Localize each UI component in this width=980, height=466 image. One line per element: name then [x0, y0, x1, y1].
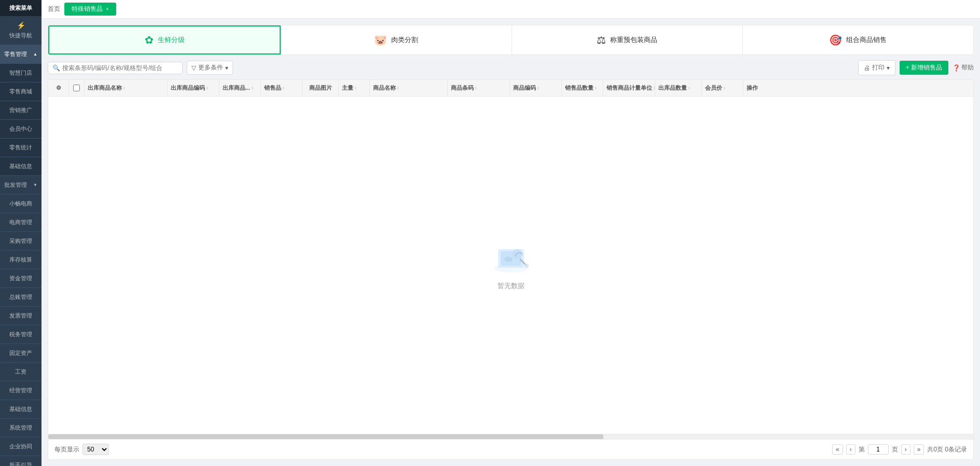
search-input[interactable]: [62, 64, 166, 72]
empty-state-icon: [490, 240, 532, 276]
sidebar-item-fixed-assets[interactable]: 固定资产: [0, 344, 42, 363]
data-table: ⚙ 出库商品名称 ↕ 出库商品编码 ↕ 出库商品... ↕: [48, 79, 974, 460]
sidebar-item-mini-app[interactable]: 小畅电商: [0, 195, 42, 213]
smart-store-label: 智慧门店: [9, 69, 32, 77]
top-bar: 首页 特殊销售品 ×: [42, 0, 980, 19]
page-nav: « ‹ 第 页 › » 共0页 0条记录: [832, 444, 967, 455]
th-img: 商品图片: [302, 80, 339, 96]
th-out-spec-label: 出库商品...: [223, 84, 250, 92]
page-number-input[interactable]: [868, 444, 889, 455]
sidebar-item-finance[interactable]: 资金管理: [0, 269, 42, 288]
print-label: 打印: [872, 63, 885, 72]
sort-goods-code-icon[interactable]: ↕: [537, 86, 539, 90]
th-out-code: 出库商品编码 ↕: [168, 80, 219, 96]
sort-sale-qty-icon[interactable]: ↕: [595, 86, 597, 90]
sort-main-icon[interactable]: ↕: [354, 86, 356, 90]
sidebar-item-newbie[interactable]: 新手引导: [0, 456, 42, 466]
cat-tab-combo[interactable]: 🎯 组合商品销售: [743, 25, 973, 54]
help-label: 帮助: [961, 63, 974, 72]
sidebar-item-basic-info2[interactable]: 基础信息: [0, 400, 42, 419]
sidebar-item-tax[interactable]: 税务管理: [0, 325, 42, 344]
add-product-button[interactable]: + 新增销售品: [900, 61, 948, 75]
sort-out-qty-icon[interactable]: ↕: [688, 86, 690, 90]
th-sale-goods: 销售品 ↕: [261, 80, 302, 96]
sidebar: 搜索菜单 ⚡ 快捷导航 零售管理 ▲ 智慧门店 零售商城 营销推广 会员中心 零…: [0, 0, 42, 466]
sidebar-item-invoice[interactable]: 发票管理: [0, 307, 42, 325]
th-goods-name-label: 商品名称: [373, 84, 396, 92]
prev-page-button[interactable]: ‹: [846, 444, 855, 455]
th-out-qty: 出库品数量 ↕: [655, 80, 702, 96]
quick-nav-label: 快捷导航: [9, 32, 32, 39]
main-area: 首页 特殊销售品 × ✿ 生鲜分级 🐷 肉类分割 ⚖ 称重预包装商品 🎯 组合商…: [42, 0, 980, 466]
print-button[interactable]: 🖨 打印 ▾: [858, 60, 895, 75]
th-member-price-label: 会员价: [705, 84, 722, 92]
sort-member-price-icon[interactable]: ↕: [723, 86, 725, 90]
search-box[interactable]: 🔍: [48, 62, 183, 74]
scrollbar-thumb[interactable]: [48, 434, 603, 439]
wholesale-label: 批发管理: [4, 181, 27, 189]
sidebar-item-ecommerce[interactable]: 电商管理: [0, 213, 42, 232]
empty-state: 暂无数据: [48, 97, 973, 434]
toolbar-left: 🔍 ▽ 更多条件 ▾: [48, 61, 233, 75]
sidebar-item-inventory[interactable]: 库存核算: [0, 251, 42, 269]
next-page-button[interactable]: ›: [901, 444, 910, 455]
newbie-label: 新手引导: [9, 461, 32, 466]
toolbar: 🔍 ▽ 更多条件 ▾ 🖨 打印 ▾ + 新增销售品: [48, 60, 974, 75]
cat-tab-weigh[interactable]: ⚖ 称重预包装商品: [512, 25, 743, 54]
svg-point-4: [504, 257, 513, 262]
horizontal-scrollbar[interactable]: [48, 434, 973, 439]
basic-info-label: 基础信息: [9, 162, 32, 170]
sidebar-logo[interactable]: 搜索菜单: [0, 0, 42, 16]
sort-out-code-icon[interactable]: ↕: [206, 86, 208, 90]
sidebar-item-wholesale[interactable]: 批发管理 ▼: [0, 176, 42, 195]
help-button[interactable]: ❓ 帮助: [953, 63, 974, 72]
breadcrumb[interactable]: 首页: [48, 5, 60, 13]
sidebar-item-member[interactable]: 会员中心: [0, 120, 42, 139]
pagination: 每页显示 50 10 20 100 « ‹ 第 页 › » 共: [48, 439, 973, 459]
sidebar-item-enterprise[interactable]: 企业协同: [0, 437, 42, 456]
sort-goods-name-icon[interactable]: ↕: [397, 86, 399, 90]
sidebar-item-basic-info[interactable]: 基础信息: [0, 157, 42, 176]
empty-text: 暂无数据: [498, 281, 524, 291]
search-icon: 🔍: [52, 64, 60, 72]
page-label-suffix: 页: [892, 445, 898, 454]
sort-out-spec-icon[interactable]: ↕: [251, 86, 253, 90]
table-header: ⚙ 出库商品名称 ↕ 出库商品编码 ↕ 出库商品... ↕: [48, 80, 973, 97]
sidebar-item-marketing[interactable]: 营销推广: [0, 101, 42, 120]
fixed-assets-label: 固定资产: [9, 349, 32, 357]
sidebar-item-purchase[interactable]: 采购管理: [0, 232, 42, 251]
th-sale-goods-label: 销售品: [264, 84, 281, 92]
th-goods-code-label: 商品编码: [513, 84, 536, 92]
add-label: + 新增销售品: [906, 63, 942, 72]
th-checkbox[interactable]: [69, 80, 85, 96]
sort-sale-goods-icon[interactable]: ↕: [282, 86, 284, 90]
sidebar-item-retail-mall[interactable]: 零售商城: [0, 83, 42, 101]
cat-tab-meat[interactable]: 🐷 肉类分割: [281, 25, 512, 54]
sort-barcode-icon[interactable]: ↕: [475, 86, 477, 90]
th-settings[interactable]: ⚙: [48, 80, 69, 96]
sidebar-item-salary[interactable]: 工资: [0, 363, 42, 381]
sidebar-item-general-ledger[interactable]: 总账管理: [0, 288, 42, 307]
sys-mgmt-label: 系统管理: [9, 424, 32, 432]
tab-close-icon[interactable]: ×: [106, 6, 109, 12]
meat-icon: 🐷: [374, 34, 387, 46]
sidebar-item-retail-mgmt[interactable]: 零售管理 ▲: [0, 45, 42, 64]
print-icon: 🖨: [864, 64, 870, 72]
cat-tab-fresh[interactable]: ✿ 生鲜分级: [48, 25, 281, 54]
basic-info2-label: 基础信息: [9, 405, 32, 413]
general-ledger-label: 总账管理: [9, 293, 32, 301]
sidebar-item-quick-nav[interactable]: ⚡ 快捷导航: [0, 16, 42, 45]
active-tab[interactable]: 特殊销售品 ×: [64, 3, 116, 16]
sidebar-item-smart-store[interactable]: 智慧门店: [0, 64, 42, 83]
select-all-checkbox[interactable]: [73, 85, 80, 91]
sidebar-item-operation[interactable]: 经营管理: [0, 381, 42, 400]
sidebar-item-retail-stat[interactable]: 零售统计: [0, 139, 42, 157]
last-page-button[interactable]: »: [914, 444, 924, 455]
sort-out-name-icon[interactable]: ↕: [123, 86, 125, 90]
page-size-select[interactable]: 50 10 20 100: [82, 444, 109, 455]
sidebar-item-sys-mgmt[interactable]: 系统管理: [0, 419, 42, 437]
th-operation-label: 操作: [747, 84, 758, 92]
filter-button[interactable]: ▽ 更多条件 ▾: [187, 61, 233, 75]
first-page-button[interactable]: «: [832, 444, 843, 455]
th-goods-name: 商品名称 ↕: [370, 80, 448, 96]
